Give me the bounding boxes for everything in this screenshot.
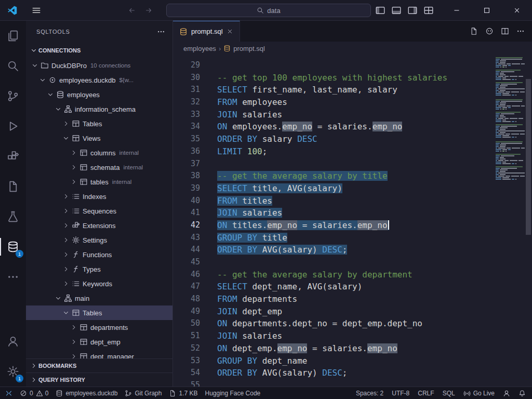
code-line-35[interactable]: 35ORDER BY salary DESC — [173, 133, 532, 145]
code-line-54[interactable]: 54ORDER BY AVG(salary) DESC; — [173, 367, 532, 379]
toggle-panel-icon[interactable] — [391, 5, 402, 16]
code-line-39[interactable]: 39SELECT title, AVG(salary) — [173, 182, 532, 195]
bookmarks-section-header[interactable]: BOOKMARKS — [26, 358, 172, 373]
sidebar-more-actions-icon[interactable] — [157, 28, 165, 36]
code-line-30[interactable]: 30-- get top 100 employees with highest … — [173, 72, 532, 84]
tree-item-views[interactable]: Views — [26, 131, 172, 145]
code-line-36[interactable]: 36LIMIT 100; — [173, 145, 532, 158]
code-editor[interactable]: 2930-- get top 100 employees with highes… — [173, 55, 532, 387]
code-line-51[interactable]: 51JOIN salaries — [173, 330, 532, 342]
status-encoding[interactable]: UTF-8 — [392, 390, 409, 397]
customize-layout-icon[interactable] — [423, 5, 434, 16]
activity-item-source-control[interactable] — [0, 81, 26, 111]
code-line-33[interactable]: 33JOIN salaries — [173, 109, 532, 121]
status-notifications[interactable] — [518, 390, 526, 397]
code-line-43[interactable]: 43GROUP BY title — [173, 232, 532, 244]
tree-item-columns[interactable]: columnsinternal — [26, 145, 172, 160]
tree-item-functions[interactable]: Functions — [26, 247, 172, 262]
tree-item-employees-duckdb[interactable]: employees.duckdb${w... — [26, 73, 172, 87]
status-eol[interactable]: CRLF — [418, 390, 434, 397]
activity-item-accounts[interactable] — [0, 326, 26, 356]
tree-item-extensions[interactable]: Extensions — [26, 218, 172, 233]
code-line-53[interactable]: 53GROUP BY dept_name — [173, 355, 532, 367]
code-line-49[interactable]: 49JOIN dept_emp — [173, 305, 532, 318]
code-line-44[interactable]: 44ORDER BY AVG(salary) DESC; — [173, 244, 532, 256]
tree-item-dept-manager[interactable]: dept_manager — [26, 349, 172, 358]
code-line-38[interactable]: 38-- get the average salary by title — [173, 170, 532, 182]
tree-item-tables[interactable]: Tables — [26, 305, 172, 320]
tab-prompt-sql[interactable]: prompt.sql — [173, 21, 240, 42]
tree-item-types[interactable]: Types — [26, 262, 172, 276]
activity-item-run-debug[interactable] — [0, 111, 26, 141]
code-line-47[interactable]: 47SELECT dept_name, AVG(salary) — [173, 281, 532, 293]
status-git-graph[interactable]: Git Graph — [125, 390, 162, 397]
status-go-live[interactable]: Go Live — [463, 390, 495, 397]
code-line-48[interactable]: 48FROM departments — [173, 293, 532, 305]
activity-bar: 1 1 — [0, 21, 26, 387]
breadcrumb-item[interactable]: prompt.sql — [233, 45, 265, 52]
query-history-section-header[interactable]: QUERY HISTORY — [26, 373, 172, 387]
status-active-connection[interactable]: employees.duckdb — [56, 390, 117, 397]
tree-item-information-schema[interactable]: information_schema — [26, 102, 172, 116]
close-button[interactable] — [502, 0, 532, 21]
tree-item-main[interactable]: main — [26, 291, 172, 305]
toggle-sidebar-icon[interactable] — [375, 5, 385, 16]
tree-item-schemata[interactable]: schematainternal — [26, 160, 172, 175]
code-line-32[interactable]: 32FROM employees — [173, 96, 532, 109]
breadcrumb-item[interactable]: employees — [183, 45, 216, 52]
tree-item-departments[interactable]: departments — [26, 320, 172, 335]
code-line-29[interactable]: 29 — [173, 59, 532, 72]
activity-item-extensions[interactable] — [0, 141, 26, 171]
code-line-52[interactable]: 52ON dept_emp.emp_no = salaries.emp_no — [173, 342, 532, 355]
activity-item-explorer[interactable] — [0, 21, 26, 51]
back-icon[interactable] — [128, 6, 136, 15]
status-remote-indicator[interactable] — [5, 390, 12, 397]
activity-item-more[interactable] — [0, 262, 26, 292]
toggle-secondary-sidebar-icon[interactable] — [407, 5, 418, 16]
code-line-46[interactable]: 46-- get the average salary by departmen… — [173, 269, 532, 281]
code-line-34[interactable]: 34ON employees.emp_no = salaries.emp_no — [173, 121, 532, 133]
activity-item-notebook[interactable] — [0, 171, 26, 202]
tree-item-indexes[interactable]: Indexes — [26, 189, 172, 204]
activity-item-sqltools-database[interactable]: 1 — [0, 232, 26, 262]
status-language-mode[interactable]: SQL — [443, 390, 455, 397]
connections-section-header[interactable]: CONNECTIONS — [26, 43, 172, 58]
status-indentation[interactable]: Spaces: 2 — [356, 390, 383, 397]
minimize-button[interactable] — [442, 0, 472, 21]
status-hugging-face-code[interactable]: Hugging Face Code — [205, 390, 261, 397]
scrollbar-thumb[interactable] — [526, 79, 531, 235]
tree-item-dept-emp[interactable]: dept_emp — [26, 335, 172, 349]
split-editor-icon[interactable] — [501, 27, 509, 35]
code-line-45[interactable]: 45 — [173, 256, 532, 269]
tree-item-keywords[interactable]: Keywords — [26, 276, 172, 291]
close-tab-icon[interactable] — [227, 28, 233, 35]
code-line-41[interactable]: 41JOIN salaries — [173, 207, 532, 219]
tree-item-settings[interactable]: Settings — [26, 233, 172, 247]
activity-item-settings[interactable]: 1 — [0, 356, 26, 387]
command-center-search[interactable]: data — [166, 4, 371, 17]
status-problems[interactable]: 00 — [20, 390, 48, 397]
editor-scrollbar[interactable] — [525, 55, 532, 387]
tree-item-duckdbpro[interactable]: DuckDBPro10 connections — [26, 58, 172, 73]
tree-item-tables[interactable]: Tables — [26, 116, 172, 131]
minimap[interactable] — [495, 55, 525, 387]
code-line-50[interactable]: 50ON departments.dept_no = dept_emp.dept… — [173, 317, 532, 330]
open-changes-icon[interactable] — [470, 27, 478, 35]
more-actions-icon[interactable] — [516, 27, 525, 35]
code-line-37[interactable]: 37 — [173, 158, 532, 170]
activity-item-search[interactable] — [0, 51, 26, 81]
tree-item-sequences[interactable]: Sequences — [26, 204, 172, 218]
activity-item-testing[interactable] — [0, 202, 26, 232]
tree-item-tables[interactable]: tablesinternal — [26, 175, 172, 189]
menu-icon[interactable] — [31, 5, 42, 16]
code-line-42[interactable]: 42ON titles.emp_no = salaries.emp_no — [173, 219, 532, 232]
code-line-55[interactable]: 55 — [173, 379, 532, 387]
code-line-40[interactable]: 40FROM titles — [173, 195, 532, 207]
tree-item-employees[interactable]: employees — [26, 87, 172, 102]
forward-icon[interactable] — [144, 6, 153, 15]
code-line-31[interactable]: 31SELECT first_name, last_name, salary — [173, 84, 532, 96]
copilot-icon[interactable] — [485, 27, 494, 35]
status-feedback[interactable] — [503, 390, 510, 397]
maximize-button[interactable] — [472, 0, 502, 21]
status-file-size[interactable]: 1.7 KB — [169, 390, 197, 397]
